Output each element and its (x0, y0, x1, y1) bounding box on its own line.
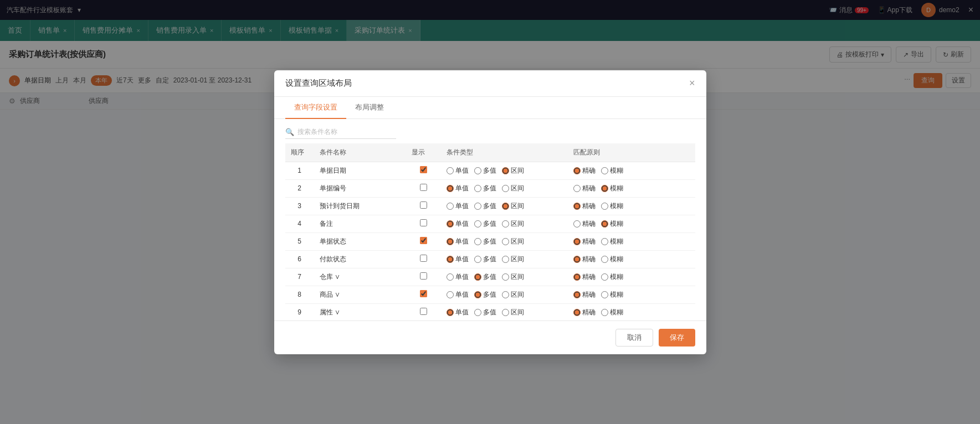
dialog: 设置查询区域布局 × 查询字段设置 布局调整 🔍 (274, 70, 706, 110)
dialog-tabs: 查询字段设置 布局调整 (274, 97, 706, 110)
dialog-title: 设置查询区域布局 (285, 78, 352, 89)
overlay: 设置查询区域布局 × 查询字段设置 布局调整 🔍 (0, 0, 980, 110)
dialog-close-button[interactable]: × (689, 78, 695, 88)
dialog-header: 设置查询区域布局 × (274, 70, 706, 97)
dialog-tab-layout[interactable]: 布局调整 (346, 97, 393, 110)
dialog-tab-fields[interactable]: 查询字段设置 (285, 97, 346, 110)
